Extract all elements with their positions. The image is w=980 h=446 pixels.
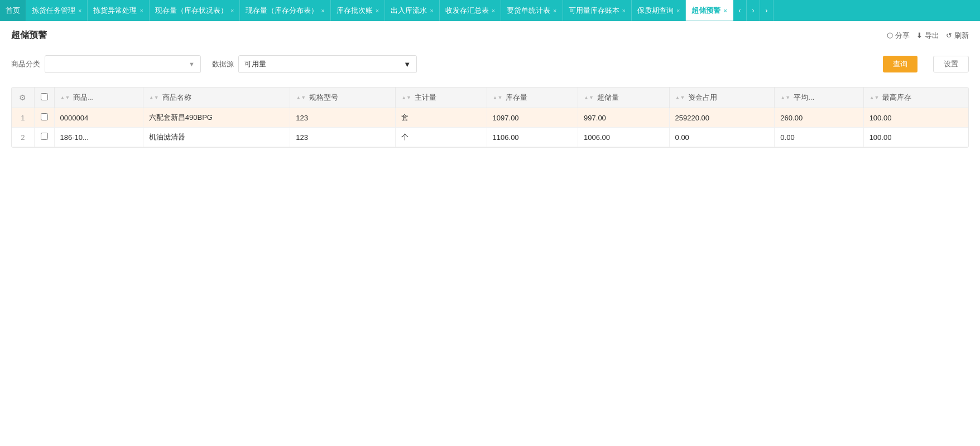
th-unit[interactable]: ▲▼ 主计量 xyxy=(396,88,487,108)
row-checkbox[interactable] xyxy=(41,133,48,140)
cell-max-stock: 100.00 xyxy=(863,128,968,147)
close-icon[interactable]: × xyxy=(723,7,727,14)
nav-item-home[interactable]: 首页 xyxy=(0,0,26,21)
th-product-code[interactable]: ▲▼ 商品... xyxy=(54,88,143,108)
cell-unit: 套 xyxy=(396,108,487,128)
chevron-down-icon: ▼ xyxy=(403,60,411,69)
close-icon[interactable]: × xyxy=(676,7,680,14)
row-checkbox[interactable] xyxy=(41,113,48,120)
share-button[interactable]: ⬡ 分享 xyxy=(887,31,910,41)
nav-prev-arrow[interactable]: ‹ xyxy=(733,0,747,21)
nav-bar: 首页 拣货任务管理 × 拣货异常处理 × 现存量（库存状况表） × 现存量（库存… xyxy=(0,0,980,21)
cell-overflow: 1006.00 xyxy=(578,128,669,147)
cell-spec: 123 xyxy=(290,108,396,128)
header-actions: ⬡ 分享 ⬇ 导出 ↺ 刷新 xyxy=(887,31,969,41)
nav-next-arrow[interactable]: › xyxy=(747,0,760,21)
cell-stock: 1106.00 xyxy=(487,128,578,147)
refresh-icon: ↺ xyxy=(946,31,952,40)
th-spec[interactable]: ▲▼ 规格型号 xyxy=(290,88,396,108)
page-title: 超储预警 xyxy=(11,30,47,41)
page-header: 超储预警 ⬡ 分享 ⬇ 导出 ↺ 刷新 xyxy=(11,30,969,41)
nav-item-overflow-warning[interactable]: 超储预警 × xyxy=(686,0,733,21)
nav-item-picking-task[interactable]: 拣货任务管理 × xyxy=(26,0,88,21)
th-capital[interactable]: ▲▼ 资金占用 xyxy=(669,88,775,108)
cell-product-name: 机油滤清器 xyxy=(143,128,290,147)
cell-unit: 个 xyxy=(396,128,487,147)
nav-item-stock-status[interactable]: 现存量（库存状况表） × xyxy=(150,0,240,21)
row-checkbox-cell xyxy=(34,128,54,147)
share-icon: ⬡ xyxy=(887,31,893,40)
row-number: 1 xyxy=(12,108,34,128)
row-checkbox-cell xyxy=(34,108,54,128)
close-icon[interactable]: × xyxy=(553,7,556,14)
filter-area: 商品分类 ▼ 数据源 可用量 ▼ 查询 设置 xyxy=(11,50,969,79)
nav-item-picking-exception[interactable]: 拣货异常处理 × xyxy=(88,0,149,21)
th-product-name[interactable]: ▲▼ 商品名称 xyxy=(143,88,290,108)
cell-overflow: 997.00 xyxy=(578,108,669,128)
cell-spec: 123 xyxy=(290,128,396,147)
th-avg[interactable]: ▲▼ 平均... xyxy=(775,88,863,108)
refresh-button[interactable]: ↺ 刷新 xyxy=(946,31,969,41)
cell-capital: 259220.00 xyxy=(669,108,775,128)
sort-icon: ▲▼ xyxy=(780,95,790,100)
cell-max-stock: 100.00 xyxy=(863,108,968,128)
close-icon[interactable]: × xyxy=(376,7,379,14)
category-filter-group: 商品分类 ▼ xyxy=(11,55,201,73)
cell-capital: 0.00 xyxy=(669,128,775,147)
th-checkbox xyxy=(34,88,54,108)
sort-icon: ▲▼ xyxy=(149,95,159,100)
nav-item-available-account[interactable]: 可用量库存账本 × xyxy=(563,0,632,21)
close-icon[interactable]: × xyxy=(140,7,143,14)
datasource-select[interactable]: 可用量 ▼ xyxy=(238,55,417,73)
close-icon[interactable]: × xyxy=(430,7,433,14)
close-icon[interactable]: × xyxy=(78,7,81,14)
nav-item-stock-dist[interactable]: 现存量（库存分布表） × xyxy=(240,0,330,21)
gear-icon[interactable]: ⚙ xyxy=(19,93,26,102)
category-select[interactable]: ▼ xyxy=(45,55,201,73)
sort-icon: ▲▼ xyxy=(60,95,70,100)
cell-avg: 260.00 xyxy=(775,108,863,128)
nav-item-batch-account[interactable]: 库存批次账 × xyxy=(331,0,385,21)
row-number: 2 xyxy=(12,128,34,147)
category-label: 商品分类 xyxy=(11,59,40,69)
close-icon[interactable]: × xyxy=(492,7,495,14)
cell-product-code: 186-10... xyxy=(54,128,143,147)
datasource-label: 数据源 xyxy=(212,59,234,69)
table-row: 2 186-10... 机油滤清器 123 个 1106.00 1006.00 … xyxy=(12,128,968,147)
table-row: 1 0000004 六配套新昌490BPG 123 套 1097.00 997.… xyxy=(12,108,968,128)
datasource-filter-group: 数据源 可用量 ▼ xyxy=(212,55,417,73)
th-stock[interactable]: ▲▼ 库存量 xyxy=(487,88,578,108)
close-icon[interactable]: × xyxy=(230,7,234,14)
datasource-select-value: 可用量 xyxy=(244,59,266,69)
cell-product-code: 0000004 xyxy=(54,108,143,128)
export-button[interactable]: ⬇ 导出 xyxy=(916,31,939,41)
nav-item-collect-summary[interactable]: 收发存汇总表 × xyxy=(440,0,501,21)
chevron-down-icon: ▼ xyxy=(189,61,195,67)
export-icon: ⬇ xyxy=(916,31,923,40)
sort-icon: ▲▼ xyxy=(296,95,306,100)
sort-icon: ▲▼ xyxy=(401,95,411,100)
cell-product-name: 六配套新昌490BPG xyxy=(143,108,290,128)
th-max-stock[interactable]: ▲▼ 最高库存 xyxy=(863,88,968,108)
close-icon[interactable]: × xyxy=(622,7,626,14)
sort-icon: ▲▼ xyxy=(675,95,685,100)
close-icon[interactable]: × xyxy=(321,7,324,14)
page-container: 超储预警 ⬡ 分享 ⬇ 导出 ↺ 刷新 商品分类 ▼ 数据源 xyxy=(0,21,980,446)
select-all-checkbox[interactable] xyxy=(41,93,48,100)
sort-icon: ▲▼ xyxy=(493,95,503,100)
nav-item-order-stats[interactable]: 要货单统计表 × xyxy=(501,0,563,21)
query-button[interactable]: 查询 xyxy=(883,56,917,72)
nav-more-arrow[interactable]: › xyxy=(760,0,774,21)
nav-item-inout-flow[interactable]: 出入库流水 × xyxy=(385,0,439,21)
settings-button[interactable]: 设置 xyxy=(933,56,969,72)
nav-item-quality-period[interactable]: 保质期查询 × xyxy=(632,0,686,21)
cell-avg: 0.00 xyxy=(775,128,863,147)
sort-icon: ▲▼ xyxy=(584,95,594,100)
th-overflow[interactable]: ▲▼ 超储量 xyxy=(578,88,669,108)
th-settings: ⚙ xyxy=(12,88,34,108)
cell-stock: 1097.00 xyxy=(487,108,578,128)
data-table: ⚙ ▲▼ 商品... ▲▼ 商品名称 xyxy=(11,87,969,148)
table-header-row: ⚙ ▲▼ 商品... ▲▼ 商品名称 xyxy=(12,88,968,108)
sort-icon: ▲▼ xyxy=(869,95,880,100)
